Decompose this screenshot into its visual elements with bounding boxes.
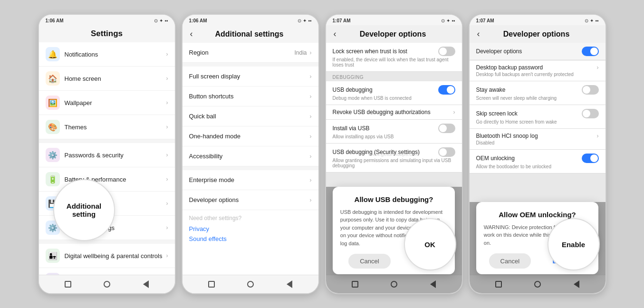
enterprise-label: Enterprise mode — [189, 176, 310, 183]
status-icons-1: ⊙ ✦ ▪▪ — [154, 18, 168, 23]
revoke-usb-item[interactable]: Revoke USB debugging authorizations › — [326, 105, 462, 120]
wallpaper-icon: 🖼️ — [46, 96, 60, 110]
back-arrow[interactable]: ‹ — [190, 29, 193, 39]
back-arrow[interactable]: ‹ — [477, 29, 480, 39]
skip-screen-sub: Go directly to Home screen from wake — [476, 119, 599, 125]
additional-icon: ⚙️ — [46, 221, 60, 235]
oem-unlock-toggle[interactable] — [582, 154, 599, 163]
usb-debug-sec-item[interactable]: USB debugging (Security settings) Allow … — [326, 144, 462, 173]
stay-awake-label: Stay awake — [476, 87, 506, 93]
button-shortcuts-item[interactable]: Button shortcuts › — [183, 87, 318, 106]
lock-screen-toggle[interactable] — [438, 47, 455, 56]
additional-label: Additional settings — [65, 224, 166, 231]
revoke-usb-label: Revoke USB debugging authorizations — [333, 109, 431, 116]
lock-screen-item[interactable]: Lock screen when trust is lost If enable… — [326, 43, 462, 72]
accessibility-item[interactable]: Accessibility › — [183, 146, 318, 166]
time-4: 1:07 AM — [476, 18, 494, 23]
usb-debug-sec-label: USB debugging (Security settings) — [333, 149, 420, 155]
install-usb-toggle[interactable] — [438, 124, 455, 133]
divider — [39, 240, 175, 244]
chevron-icon: › — [310, 73, 312, 80]
settings-item-special[interactable]: ⭐ Special features › — [39, 268, 175, 275]
oem-unlock-item[interactable]: OEM unlocking Allow the bootloader to be… — [470, 150, 606, 173]
stay-awake-sub: Screen will never sleep while charging — [476, 96, 599, 101]
settings-item-battery[interactable]: 🔋 Battery & performance › — [39, 167, 175, 192]
bt-hci-item[interactable]: Bluetooth HCI snoop log › Disabled — [470, 129, 606, 150]
home-button[interactable] — [245, 279, 256, 289]
cancel-button-4[interactable]: Cancel — [489, 253, 531, 269]
recent-apps-button[interactable] — [206, 279, 217, 289]
sound-effects-link[interactable]: Sound effects — [189, 235, 312, 242]
oem-dialog: Allow OEM unlocking? WARNING: Device pro… — [476, 202, 598, 275]
button-shortcuts-label: Button shortcuts — [189, 93, 310, 100]
ok-button[interactable]: OK — [407, 254, 439, 269]
enable-button[interactable]: Enable — [541, 253, 586, 269]
storage-icon: 💾 — [46, 196, 60, 211]
notifications-icon: 🔔 — [46, 47, 60, 61]
settings-item-notifications[interactable]: 🔔 Notifications › — [39, 42, 175, 67]
stay-awake-toggle[interactable] — [582, 85, 599, 95]
settings-item-themes[interactable]: 🎨 Themes › — [39, 115, 175, 139]
time-3: 1:07 AM — [333, 18, 351, 23]
install-usb-item[interactable]: Install via USB Allow installing apps vi… — [326, 120, 462, 144]
usb-debug-sec-toggle[interactable] — [438, 147, 455, 157]
dev-options-title-3: Developer options — [340, 30, 454, 38]
status-icons-3: ⊙ ✦ ▪▪ — [441, 18, 455, 23]
dialog-overlay-4: Allow OEM unlocking? WARNING: Device pro… — [470, 202, 606, 294]
skip-screen-item[interactable]: Skip screen lock Go directly to Home scr… — [470, 105, 606, 129]
cancel-button-3[interactable]: Cancel — [348, 254, 390, 269]
desktop-backup-item[interactable]: Desktop backup password › Desktop full b… — [470, 60, 606, 81]
one-handed-item[interactable]: One-handed mode › — [183, 126, 318, 146]
usb-debug-item[interactable]: USB debugging Debug mode when USB is con… — [326, 81, 462, 105]
settings-item-additional[interactable]: ⚙️ Additional settings › — [39, 216, 175, 240]
chevron-icon: › — [166, 224, 168, 231]
settings-item-storage[interactable]: 💾 Storage › — [39, 192, 175, 216]
usb-debug-sec-sub: Allow granting permissions and simulatin… — [333, 158, 455, 168]
stay-awake-item[interactable]: Stay awake Screen will never sleep while… — [470, 81, 606, 105]
battery-icon: ▪▪ — [164, 18, 168, 23]
recent-apps-button[interactable] — [63, 279, 73, 289]
dialog-overlay-3: Allow USB debugging? USB debugging is in… — [326, 187, 462, 294]
phone-1-settings: 1:06 AM ⊙ ✦ ▪▪ Settings 🔔 Notifications … — [38, 14, 176, 294]
dialog-buttons-3: Cancel OK — [340, 254, 447, 269]
back-arrow[interactable]: ‹ — [334, 29, 336, 39]
region-item[interactable]: Region India › — [183, 43, 318, 63]
signal-icon: ⊙ — [154, 18, 158, 23]
signal-icon: ⊙ — [585, 18, 588, 23]
dev-options-toggle-item[interactable]: Developer options — [470, 43, 606, 60]
battery-icon: ▪▪ — [308, 18, 311, 23]
back-button[interactable] — [284, 279, 295, 289]
skip-screen-label: Skip screen lock — [476, 110, 518, 117]
desktop-backup-label: Desktop backup password — [476, 64, 543, 71]
usb-debug-toggle[interactable] — [438, 85, 455, 95]
skip-screen-toggle[interactable] — [582, 109, 599, 118]
status-bar-2: 1:06 AM ⊙ ✦ ▪▪ — [183, 15, 318, 25]
lock-screen-sub: If enabled, the device will lock when th… — [333, 57, 455, 67]
wifi-icon: ✦ — [590, 18, 594, 23]
settings-item-digital[interactable]: 👨‍👧 Digital wellbeing & parental control… — [39, 244, 175, 268]
chevron-icon: › — [310, 153, 312, 160]
enterprise-item[interactable]: Enterprise mode › — [183, 170, 318, 190]
settings-item-wallpaper[interactable]: 🖼️ Wallpaper › — [39, 91, 175, 115]
chevron-icon: › — [310, 177, 312, 183]
dialog-title-4: Allow OEM unlocking? — [484, 211, 591, 219]
dev-options-title-4: Developer options — [484, 30, 598, 38]
privacy-link[interactable]: Privacy — [189, 225, 312, 232]
usb-debug-label: USB debugging — [333, 87, 373, 93]
dev-options-toggle[interactable] — [582, 47, 599, 56]
full-screen-item[interactable]: Full screen display › — [183, 67, 318, 87]
home-button[interactable] — [102, 279, 112, 289]
settings-item-passwords[interactable]: ⚙️ Passwords & security › — [39, 143, 175, 167]
usb-debug-sub: Debug mode when USB is connected — [333, 96, 455, 101]
settings-item-home-screen[interactable]: 🏠 Home screen › — [39, 67, 175, 91]
chevron-icon: › — [166, 152, 168, 158]
add-links: Need other settings? Privacy Sound effec… — [183, 210, 318, 250]
developer-options-item[interactable]: Developer options › — [183, 190, 318, 210]
chevron-icon: › — [166, 252, 168, 259]
signal-icon: ⊙ — [298, 18, 301, 23]
chevron-icon: › — [453, 109, 455, 116]
status-bar-3: 1:07 AM ⊙ ✦ ▪▪ — [326, 15, 462, 25]
back-button[interactable] — [141, 279, 151, 289]
quick-ball-item[interactable]: Quick ball › — [183, 106, 318, 126]
settings-list: 🔔 Notifications › 🏠 Home screen › 🖼️ Wal… — [39, 42, 175, 275]
